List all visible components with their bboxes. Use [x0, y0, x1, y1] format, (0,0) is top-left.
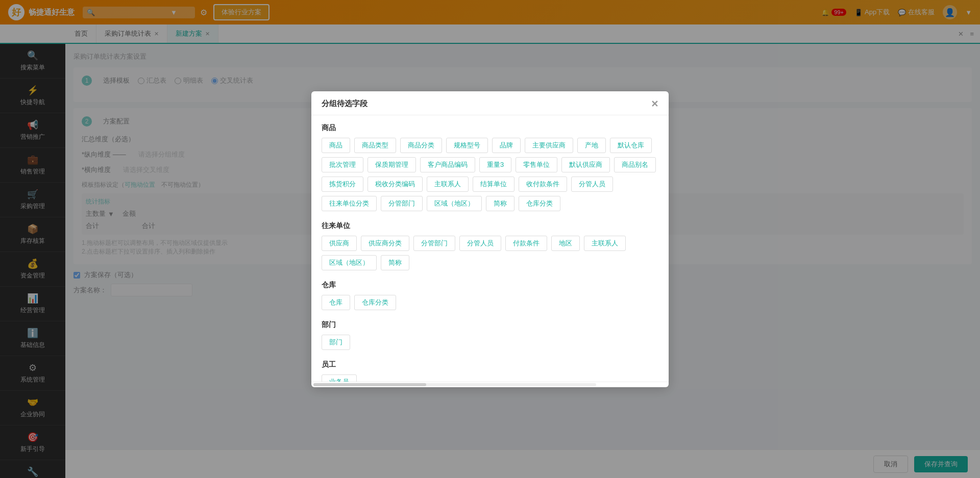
field-retail-unit[interactable]: 零售单位 [516, 157, 557, 172]
section-employee-title: 员工 [322, 360, 658, 369]
field-pick-points[interactable]: 拣货积分 [322, 177, 363, 192]
dialog-header: 分组待选字段 ✕ [311, 91, 669, 115]
field-warehouse-category[interactable]: 仓库分类 [354, 295, 396, 310]
field-product[interactable]: 商品 [322, 138, 350, 153]
dept-fields: 部门 [322, 335, 658, 350]
field-area-biz[interactable]: 地区 [551, 236, 580, 251]
dialog-body: 商品 商品 商品类型 商品分类 规格型号 品牌 主要供应商 产地 默认仓库 批次… [311, 115, 669, 382]
field-dept-manage[interactable]: 分管部门 [381, 196, 423, 211]
field-main-contact[interactable]: 主联系人 [427, 177, 469, 192]
section-bizunit-title: 往来单位 [322, 221, 658, 231]
field-payment-terms[interactable]: 收付款条件 [519, 177, 567, 192]
section-dept-title: 部门 [322, 320, 658, 330]
employee-fields: 业务员 [322, 374, 658, 382]
field-main-supplier[interactable]: 主要供应商 [525, 138, 573, 153]
field-supplier[interactable]: 供应商 [322, 236, 357, 251]
warehouse-fields: 仓库 仓库分类 [322, 295, 658, 310]
field-biz-unit-cat[interactable]: 往来单位分类 [322, 196, 377, 211]
dialog-scrollbar-x[interactable] [311, 382, 669, 387]
field-manager-biz[interactable]: 分管人员 [459, 236, 501, 251]
overlay: 分组待选字段 ✕ 商品 商品 商品类型 商品分类 规格型号 品牌 主要供应商 产… [0, 0, 980, 478]
field-tax-code[interactable]: 税收分类编码 [368, 177, 423, 192]
field-short-name[interactable]: 简称 [486, 196, 514, 211]
section-product: 商品 商品 商品类型 商品分类 规格型号 品牌 主要供应商 产地 默认仓库 批次… [322, 123, 658, 211]
field-customer-code[interactable]: 客户商品编码 [420, 157, 475, 172]
section-employee: 员工 业务员 [322, 360, 658, 382]
field-product-alias[interactable]: 商品别名 [614, 157, 656, 172]
field-salesperson[interactable]: 业务员 [322, 374, 357, 382]
section-warehouse-title: 仓库 [322, 281, 658, 290]
section-dept: 部门 部门 [322, 320, 658, 350]
field-region-biz[interactable]: 区域（地区） [322, 255, 377, 270]
field-origin[interactable]: 产地 [577, 138, 606, 153]
field-expiry-mgmt[interactable]: 保质期管理 [368, 157, 416, 172]
field-warehouse[interactable]: 仓库 [322, 295, 350, 310]
field-default-warehouse[interactable]: 默认仓库 [610, 138, 652, 153]
field-dept[interactable]: 部门 [322, 335, 350, 350]
field-short-name-biz[interactable]: 简称 [381, 255, 409, 270]
field-default-supplier[interactable]: 默认供应商 [561, 157, 610, 172]
dialog-title: 分组待选字段 [322, 99, 368, 109]
dialog-close-btn[interactable]: ✕ [651, 98, 658, 110]
product-fields: 商品 商品类型 商品分类 规格型号 品牌 主要供应商 产地 默认仓库 批次管理 … [322, 138, 658, 211]
field-spec-model[interactable]: 规格型号 [446, 138, 488, 153]
field-settle-unit[interactable]: 结算单位 [473, 177, 514, 192]
field-weight3[interactable]: 重量3 [479, 157, 511, 172]
field-select-dialog: 分组待选字段 ✕ 商品 商品 商品类型 商品分类 规格型号 品牌 主要供应商 产… [311, 91, 669, 387]
field-batch-mgmt[interactable]: 批次管理 [322, 157, 363, 172]
field-product-category[interactable]: 商品分类 [400, 138, 442, 153]
field-dept-biz[interactable]: 分管部门 [413, 236, 455, 251]
section-warehouse: 仓库 仓库 仓库分类 [322, 281, 658, 310]
field-product-type[interactable]: 商品类型 [354, 138, 396, 153]
field-pay-terms-biz[interactable]: 付款条件 [505, 236, 547, 251]
field-manager[interactable]: 分管人员 [571, 177, 613, 192]
field-warehouse-cat[interactable]: 仓库分类 [519, 196, 560, 211]
field-supplier-cat[interactable]: 供应商分类 [361, 236, 409, 251]
section-bizunit: 往来单位 供应商 供应商分类 分管部门 分管人员 付款条件 地区 主联系人 区域… [322, 221, 658, 270]
field-main-contact-biz[interactable]: 主联系人 [584, 236, 626, 251]
field-brand[interactable]: 品牌 [492, 138, 521, 153]
field-region[interactable]: 区域（地区） [427, 196, 482, 211]
section-product-title: 商品 [322, 123, 658, 133]
bizunit-fields: 供应商 供应商分类 分管部门 分管人员 付款条件 地区 主联系人 区域（地区） … [322, 236, 658, 270]
